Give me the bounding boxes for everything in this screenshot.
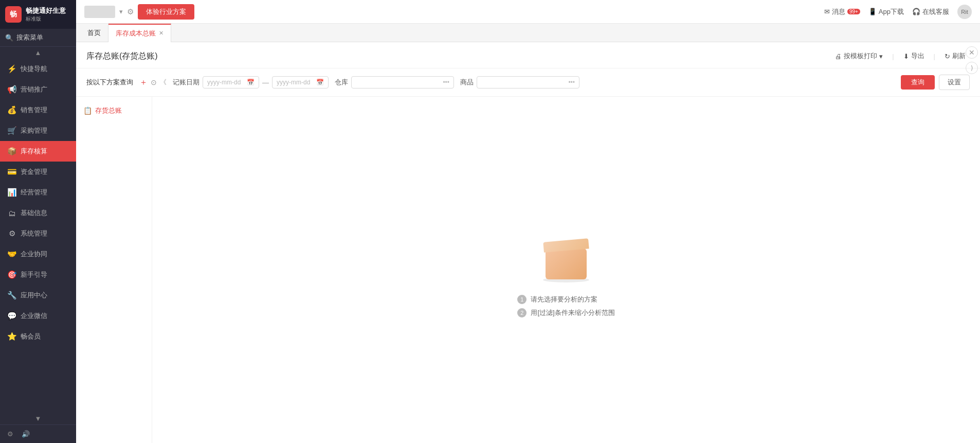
- date-end-input[interactable]: yyyy-mm-dd 📅: [272, 76, 329, 88]
- sidebar-item-finance[interactable]: 💳 资金管理: [0, 162, 76, 182]
- filter-add-button[interactable]: ＋: [139, 77, 148, 88]
- app-download-action[interactable]: 📱 App下载: [868, 7, 904, 16]
- sidebar-item-label: 快捷导航: [21, 64, 47, 74]
- sidebar-nav: ⚡ 快捷导航 📢 营销推广 💰 销售管理 🛒 采购管理 📦 库存核算 💳 资金管…: [0, 59, 76, 413]
- search-label: 搜索菜单: [16, 33, 43, 42]
- purchase-icon: 🛒: [7, 126, 16, 135]
- sidebar-item-label: 企业微信: [21, 311, 47, 321]
- scroll-down-btn[interactable]: ▼: [0, 413, 76, 424]
- sidebar-item-label: 经营管理: [21, 188, 47, 197]
- goods-more-icon[interactable]: •••: [568, 79, 575, 86]
- content-body: 📋 存货总账 1 请先选择要分析的方案 2: [76, 97, 980, 443]
- cooperation-icon: 🤝: [7, 250, 16, 259]
- sidebar-item-newbie[interactable]: 🎯 新手引导: [0, 264, 76, 285]
- search-menu[interactable]: 🔍 搜索菜单: [0, 29, 76, 47]
- bottom-audio-icon[interactable]: 🔊: [22, 430, 30, 438]
- sidebar-item-label: 销售管理: [21, 105, 47, 115]
- filter-actions: ＋ ⊙ 《: [139, 77, 167, 88]
- quick-nav-icon: ⚡: [7, 64, 16, 74]
- panel-close-button[interactable]: ✕: [966, 46, 978, 59]
- filter-setting-button[interactable]: ⊙: [151, 78, 157, 86]
- topbar-settings-icon[interactable]: ⚙: [127, 7, 134, 16]
- goods-field-label: 商品: [460, 78, 474, 87]
- goods-input[interactable]: •••: [477, 76, 579, 88]
- sidebar-item-quick-nav[interactable]: ⚡ 快捷导航: [0, 59, 76, 79]
- main-area: ▾ ⚙ 体验行业方案 ✉ 消息 99+ 📱 App下载 🎧 在线客服 Rit: [76, 0, 980, 443]
- calendar-start-icon[interactable]: 📅: [247, 79, 255, 86]
- sidebar-item-purchase[interactable]: 🛒 采购管理: [0, 120, 76, 141]
- calendar-end-icon[interactable]: 📅: [316, 79, 324, 86]
- finance-icon: 💳: [7, 167, 16, 176]
- sidebar-item-label: 基础信息: [21, 208, 47, 218]
- sidebar-item-vip[interactable]: ⭐ 畅会员: [0, 326, 76, 347]
- sidebar-item-sales[interactable]: 💰 销售管理: [0, 100, 76, 120]
- query-button[interactable]: 查询: [901, 75, 935, 90]
- user-avatar[interactable]: Rit: [957, 5, 972, 19]
- sidebar-item-cooperation[interactable]: 🤝 企业协同: [0, 244, 76, 264]
- logo-text: 畅捷通好生意 标准版: [26, 7, 66, 22]
- warehouse-input[interactable]: •••: [351, 76, 454, 88]
- empty-tip-1: 1 请先选择要分析的方案: [517, 295, 614, 304]
- tip-num-2: 2: [517, 308, 527, 317]
- sidebar-item-label: 资金管理: [21, 167, 47, 176]
- scroll-up-btn[interactable]: ▲: [0, 47, 76, 59]
- date-start-input[interactable]: yyyy-mm-dd 📅: [203, 76, 259, 88]
- tip-text-2: 用[过滤]条件来缩小分析范围: [531, 308, 614, 317]
- sidebar-item-label: 库存核算: [21, 147, 47, 156]
- panel-expand-button[interactable]: ⟩: [966, 62, 978, 74]
- system-icon: ⚙: [7, 229, 16, 238]
- warehouse-field-label: 仓库: [335, 78, 348, 87]
- tip-text-1: 请先选择要分析的方案: [531, 295, 597, 304]
- filter-label: 按以下方案查询: [86, 78, 133, 87]
- sidebar-item-inventory[interactable]: 📦 库存核算: [0, 141, 76, 162]
- sidebar-item-marketing[interactable]: 📢 营销推广: [0, 79, 76, 100]
- trial-button[interactable]: 体验行业方案: [138, 4, 194, 20]
- sidebar-item-label: 系统管理: [21, 229, 47, 238]
- basic-icon: 🗂: [7, 209, 16, 218]
- sidebar-item-apps[interactable]: 🔧 应用中心: [0, 285, 76, 306]
- message-action[interactable]: ✉ 消息 99+: [824, 7, 860, 16]
- empty-state: 1 请先选择要分析的方案 2 用[过滤]条件来缩小分析范围: [152, 97, 980, 443]
- sidebar-item-system[interactable]: ⚙ 系统管理: [0, 223, 76, 244]
- vip-icon: ⭐: [7, 332, 16, 341]
- sidebar-logo: 畅 畅捷通好生意 标准版: [0, 0, 76, 29]
- topbar-right: ✉ 消息 99+ 📱 App下载 🎧 在线客服 Rit: [824, 5, 972, 19]
- sidebar-item-wechat[interactable]: 💬 企业微信: [0, 306, 76, 326]
- print-button[interactable]: 🖨 按模板打印 ▾: [831, 49, 887, 63]
- sidebar-item-operations[interactable]: 📊 经营管理: [0, 182, 76, 203]
- app-badge: 标准版: [26, 15, 66, 22]
- sidebar-item-basic[interactable]: 🗂 基础信息: [0, 203, 76, 223]
- tab-inventory-cost[interactable]: 库存成本总账 ✕: [108, 24, 171, 42]
- tab-inventory-cost-label: 库存成本总账: [116, 29, 156, 38]
- app-title: 畅捷通好生意: [26, 7, 66, 15]
- bottom-settings-icon[interactable]: ⚙: [7, 430, 13, 438]
- scheme-item-inventory-general[interactable]: 📋 存货总账: [76, 102, 152, 119]
- export-label: 导出: [911, 51, 924, 61]
- tabs-bar: 首页 库存成本总账 ✕: [76, 24, 980, 42]
- apps-icon: 🔧: [7, 291, 16, 300]
- topbar-brand: [84, 6, 115, 18]
- sidebar-item-label: 畅会员: [21, 332, 41, 341]
- newbie-icon: 🎯: [7, 270, 16, 279]
- tab-close-icon[interactable]: ✕: [159, 30, 164, 37]
- search-icon: 🔍: [5, 34, 13, 42]
- warehouse-more-icon[interactable]: •••: [443, 79, 449, 86]
- print-label: 按模板打印: [844, 51, 877, 61]
- box-body: [546, 249, 587, 279]
- topbar-dropdown-icon[interactable]: ▾: [119, 8, 123, 15]
- user-name: Rit: [961, 9, 968, 15]
- filter-area: 按以下方案查询 ＋ ⊙ 《 记账日期 yyyy-mm-dd 📅 — yyyy-m…: [76, 68, 980, 97]
- topbar-left: ▾ ⚙ 体验行业方案: [84, 4, 819, 20]
- online-service-label: 在线客服: [922, 7, 949, 16]
- operations-icon: 📊: [7, 188, 16, 197]
- empty-tips: 1 请先选择要分析的方案 2 用[过滤]条件来缩小分析范围: [517, 295, 614, 317]
- online-service-action[interactable]: 🎧 在线客服: [912, 7, 949, 16]
- phone-icon: 📱: [868, 8, 877, 15]
- message-badge: 99+: [847, 9, 860, 14]
- filter-collapse-button[interactable]: 《: [160, 78, 167, 87]
- action-separator2: |: [934, 52, 935, 60]
- date-field-label: 记账日期: [173, 78, 199, 87]
- export-button[interactable]: ⬇ 导出: [899, 49, 929, 63]
- app-download-label: App下载: [879, 7, 904, 16]
- tab-home[interactable]: 首页: [80, 24, 108, 42]
